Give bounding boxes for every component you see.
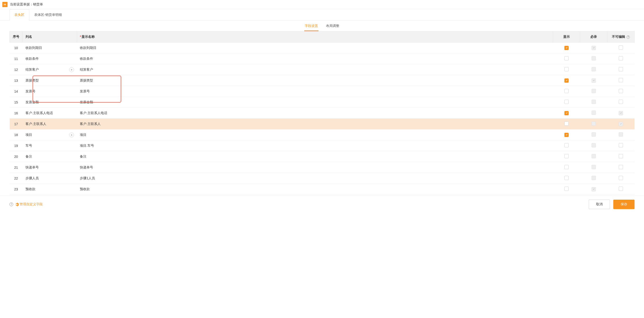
locked-checkbox[interactable] (619, 67, 623, 71)
sub-tab-0[interactable]: 字段设置 (304, 24, 318, 31)
locked-checkbox[interactable] (619, 176, 623, 180)
locked-checkbox[interactable] (619, 45, 623, 50)
column-name-label: 预收款 (26, 187, 36, 191)
table-row: 10收款到期日收款到期日 (10, 42, 634, 54)
cell-locked (608, 184, 634, 195)
main-tabs: 表头区表体区-销货单明细 (0, 9, 644, 20)
expand-plus-button[interactable]: + (69, 132, 74, 137)
show-checkbox[interactable] (564, 100, 569, 104)
locked-checkbox[interactable] (619, 187, 623, 191)
sub-tab-1[interactable]: 布局调整 (326, 24, 340, 31)
cancel-button[interactable]: 取消 (589, 200, 610, 209)
show-checkbox[interactable] (564, 165, 569, 169)
main-tab-0[interactable]: 表头区 (10, 9, 29, 20)
cell-display-name[interactable]: 预收款 (77, 184, 553, 195)
cell-display-name[interactable]: 快递单号 (77, 162, 553, 173)
cell-required (580, 97, 608, 108)
cell-required (580, 140, 608, 151)
required-star-icon: * (80, 35, 81, 38)
cell-required (580, 118, 608, 130)
cell-column-name: 步骤人员 (23, 173, 77, 184)
table-row: 19车号项目.车号 (10, 140, 634, 151)
cell-seq: 20 (10, 151, 23, 162)
cell-locked (608, 64, 634, 75)
cell-column-name: 票据类型 (23, 75, 77, 86)
required-checkbox (592, 110, 596, 115)
col-header-name: 列名 (23, 32, 77, 42)
cell-display-name[interactable]: 备注 (77, 151, 553, 162)
table-row: 13票据类型票据类型 (10, 75, 634, 86)
cell-display-name[interactable]: 发票号 (77, 86, 553, 97)
show-checkbox[interactable] (564, 46, 569, 50)
cell-column-name: 客户.主联系人 (23, 118, 77, 130)
show-checkbox[interactable] (564, 187, 569, 191)
table-row: 15发票金额发票金额 (10, 97, 634, 108)
locked-checkbox (619, 132, 623, 136)
cell-display-name[interactable]: 步骤1人员 (77, 173, 553, 184)
locked-checkbox[interactable] (619, 100, 623, 104)
show-checkbox[interactable] (564, 67, 569, 71)
cell-show (553, 97, 580, 108)
locked-checkbox[interactable] (619, 165, 623, 169)
table-row: 20备注备注 (10, 151, 634, 162)
column-name-label: 备注 (26, 154, 32, 159)
required-checkbox (592, 56, 596, 60)
cell-required (580, 184, 608, 195)
cell-show (553, 54, 580, 64)
question-icon[interactable]: ? (10, 202, 13, 206)
show-checkbox[interactable] (564, 56, 569, 60)
column-name-label: 客户.主联系人 (26, 122, 46, 126)
cell-display-name[interactable]: 票据类型 (77, 75, 553, 86)
required-checkbox (592, 176, 596, 180)
cell-column-name: 发票号 (23, 86, 77, 97)
show-checkbox[interactable] (564, 143, 569, 148)
manage-custom-fields-link[interactable]: 管理自定义字段 (15, 202, 43, 206)
cell-display-name[interactable]: 项目.车号 (77, 140, 553, 151)
table-row: 14发票号发票号 (10, 86, 634, 97)
cell-required (580, 86, 608, 97)
cell-column-name: 预收款 (23, 184, 77, 195)
cell-required (580, 42, 608, 54)
cell-show (553, 162, 580, 173)
main-tab-1[interactable]: 表体区-销货单明细 (29, 9, 67, 20)
show-checkbox[interactable] (564, 176, 569, 180)
required-checkbox (592, 89, 596, 93)
cell-display-name[interactable]: 收款到期日 (77, 42, 553, 54)
show-checkbox[interactable] (564, 154, 569, 158)
help-icon[interactable]: ? (626, 36, 630, 39)
save-button[interactable]: 保存 (613, 200, 634, 209)
locked-checkbox[interactable] (619, 143, 623, 148)
column-name-label: 收款到期日 (26, 46, 42, 50)
locked-checkbox[interactable] (619, 78, 623, 82)
show-checkbox[interactable] (564, 133, 569, 137)
cell-display-name[interactable]: 结算客户 (77, 64, 553, 75)
cell-display-name[interactable]: 客户.主联系人 (77, 118, 553, 130)
expand-plus-button[interactable]: + (69, 67, 74, 72)
cell-display-name[interactable]: 项目 (77, 130, 553, 140)
table-row: 17客户.主联系人客户.主联系人 (10, 118, 634, 130)
cell-required (580, 75, 608, 86)
show-checkbox[interactable] (564, 89, 569, 93)
show-checkbox[interactable] (564, 111, 569, 115)
locked-checkbox[interactable] (619, 89, 623, 93)
cell-seq: 12 (10, 64, 23, 75)
show-checkbox[interactable] (564, 78, 569, 83)
show-checkbox[interactable] (564, 122, 569, 126)
required-checkbox (592, 154, 596, 158)
cell-required (580, 151, 608, 162)
cell-column-name: 发票金额 (23, 97, 77, 108)
cell-seq: 23 (10, 184, 23, 195)
cell-seq: 11 (10, 54, 23, 64)
cell-display-name[interactable]: 客户.主联系人电话 (77, 108, 553, 118)
column-name-label: 快递单号 (26, 166, 39, 170)
locked-checkbox[interactable] (619, 154, 623, 158)
cell-seq: 22 (10, 173, 23, 184)
expand-panel-button[interactable] (2, 2, 8, 7)
manage-custom-fields-label: 管理自定义字段 (20, 202, 43, 206)
field-settings-table: 序号 列名 *显示名称 显示 必录 不可编辑 ? 10收款到期日收款到期日11收… (10, 31, 634, 195)
locked-checkbox[interactable] (619, 56, 623, 60)
cell-display-name[interactable]: 收款条件 (77, 54, 553, 64)
cell-locked (608, 162, 634, 173)
cell-display-name[interactable]: 发票金额 (77, 97, 553, 108)
cell-seq: 21 (10, 162, 23, 173)
